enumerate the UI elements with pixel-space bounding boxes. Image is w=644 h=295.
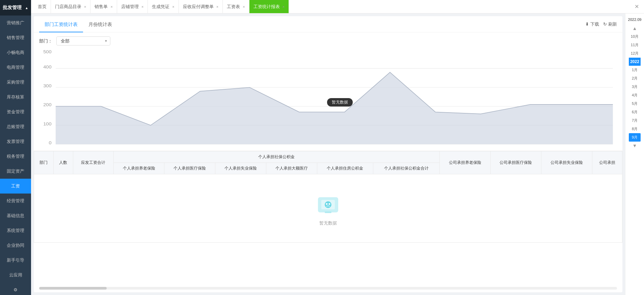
area-chart: 0 100 200 300 400 500 [39,50,617,148]
col-personal-housing: 个人承担住房公积金 [317,163,373,174]
sidebar-item-1[interactable]: 销售管理 [0,30,31,45]
timeline-item-5[interactable]: 2月 [629,74,641,83]
sub-tabs-right: ⬇ 下载 ↻ 刷新 [585,21,617,27]
timeline-item-7[interactable]: 4月 [629,91,641,99]
tab-close-1[interactable]: × [84,5,86,9]
tab-label-7: 工资统计报表 [253,4,280,10]
sidebar-header[interactable]: 批发管理 ▲ [0,0,31,16]
main-content: 首页门店商品目录×销售单×店铺管理×生成凭证×应收应付调整单×工资表×工资统计报… [31,0,644,295]
sidebar-item-10[interactable]: 固定资产 [0,164,31,179]
tab-month-stats[interactable]: 月份统计表 [83,16,117,32]
tab-7[interactable]: 工资统计报表× [249,0,289,13]
table-section[interactable]: 部门 人数 应发工资合计 个人承担社保公积金 公司承担养老保险 公司承担医疗保险… [34,151,622,287]
scrollbar-thumb[interactable] [39,287,107,290]
svg-marker-11 [56,72,613,144]
dept-select[interactable]: 全部 [56,36,110,46]
sidebar-item-12[interactable]: 经营管理 [0,194,31,208]
col-personal-social: 个人承担社保公积金 [113,151,439,163]
sidebar-footer[interactable]: ⚙ [0,283,31,295]
col-dept: 部门 [34,151,54,174]
tab-2[interactable]: 销售单× [90,0,117,13]
tab-3[interactable]: 店铺管理× [117,0,148,13]
sidebar-item-3[interactable]: 电商管理 [0,60,31,75]
col-company-medical: 公司承担医疗保险 [490,151,541,174]
tab-close-5[interactable]: × [216,5,218,9]
col-company-unemp: 公司承担失业保险 [541,151,592,174]
tab-bar: 首页门店商品目录×销售单×店铺管理×生成凭证×应收应付调整单×工资表×工资统计报… [31,0,644,13]
svg-text:100: 100 [43,121,52,126]
sidebar-item-15[interactable]: 企业协同 [0,238,31,253]
timeline-item-1[interactable]: 11月 [629,41,641,49]
svg-point-14 [325,201,331,208]
timeline-item-4[interactable]: 1月 [629,66,641,74]
sidebar-item-11[interactable]: 工资 [0,179,31,194]
timeline-item-3[interactable]: 2022 [629,58,641,66]
tab-close-6[interactable]: × [243,5,245,9]
col-count: 人数 [53,151,73,174]
tab-label-1: 门店商品目录 [55,4,81,10]
refresh-button[interactable]: ↻ 刷新 [603,21,617,27]
timeline-item-10[interactable]: 7月 [629,116,641,125]
sidebar-item-16[interactable]: 新手引导 [0,253,31,268]
sidebar-item-14[interactable]: 系统管理 [0,223,31,238]
tab-close-2[interactable]: × [110,5,112,9]
tab-close-3[interactable]: × [141,5,143,9]
timeline-item-8[interactable]: 5月 [629,99,641,108]
sub-tabs-bar: 部门工资统计表 月份统计表 ⬇ 下载 ↻ 刷新 [34,16,622,32]
sidebar-item-13[interactable]: 基础信息 [0,208,31,223]
svg-text:400: 400 [43,64,52,69]
sidebar-item-7[interactable]: 总账管理 [0,119,31,134]
sidebar-item-9[interactable]: 税务管理 [0,149,31,164]
download-button[interactable]: ⬇ 下载 [585,21,599,27]
svg-point-16 [329,203,330,205]
sidebar-item-8[interactable]: 发票管理 [0,134,31,149]
col-total-wage: 应发工资合计 [73,151,113,174]
sidebar-item-2[interactable]: 小畅电商 [0,45,31,60]
col-personal-unemp: 个人承担失业保险 [215,163,266,174]
close-window-button[interactable]: ✕ [632,2,641,11]
sidebar-item-17[interactable]: 云应用 [0,268,31,283]
sub-tabs-left: 部门工资统计表 月份统计表 [39,16,117,32]
col-personal-medical: 个人承担医疗保险 [164,163,215,174]
timeline-item-11[interactable]: 8月 [629,125,641,133]
timeline-item-6[interactable]: 3月 [629,83,641,91]
tab-close-4[interactable]: × [172,5,174,9]
timeline-item-12[interactable]: 9月 [629,133,641,142]
horizontal-scrollbar[interactable] [39,287,617,290]
sidebar-item-5[interactable]: 库存核算 [0,90,31,105]
tab-label-3: 店铺管理 [121,4,139,10]
timeline-item-0[interactable]: 10月 [629,32,641,41]
empty-state: 暂无数据 [37,177,619,240]
sidebar-collapse-icon: ▲ [25,6,28,10]
tab-4[interactable]: 生成凭证× [148,0,179,13]
tab-label-4: 生成凭证 [152,4,169,10]
tab-0[interactable]: 首页 [34,0,51,13]
timeline-down-button[interactable]: ▼ [631,142,639,150]
toolbar-row: 部门： 全部 ▼ [34,32,622,50]
sidebar-items-container: 营销推广销售管理小畅电商电商管理采购管理库存核算资金管理总账管理发票管理税务管理… [0,16,31,283]
col-company-pension: 公司承担养老保险 [439,151,490,174]
empty-icon [315,190,342,217]
timeline-up-button[interactable]: ▲ [631,24,639,32]
refresh-label: 刷新 [608,21,617,27]
tab-5[interactable]: 应收应付调整单× [179,0,223,13]
settings-icon: ⚙ [14,287,18,292]
timeline-item-9[interactable]: 6月 [629,108,641,116]
sidebar-item-6[interactable]: 资金管理 [0,105,31,119]
col-personal-major: 个人承担大额医疗 [266,163,317,174]
sidebar-title: 批发管理 [3,5,22,11]
tab-label-2: 销售单 [95,4,108,10]
timeline-item-2[interactable]: 12月 [629,49,641,58]
tab-label-6: 工资表 [227,4,240,10]
download-icon: ⬇ [585,22,589,27]
sidebar-item-0[interactable]: 营销推广 [0,16,31,30]
tab-close-7[interactable]: × [283,5,285,9]
tab-1[interactable]: 门店商品目录× [51,0,90,13]
tab-6[interactable]: 工资表× [223,0,249,13]
tab-dept-stats[interactable]: 部门工资统计表 [39,16,83,32]
page-panel: 部门工资统计表 月份统计表 ⬇ 下载 ↻ 刷新 部门： [34,16,622,292]
refresh-icon: ↻ [603,22,607,27]
timeline-header: 2022.09 [628,16,642,24]
timeline-items: 10月11月12月20221月2月3月4月5月6月7月8月9月 [629,32,641,142]
sidebar-item-4[interactable]: 采购管理 [0,75,31,90]
